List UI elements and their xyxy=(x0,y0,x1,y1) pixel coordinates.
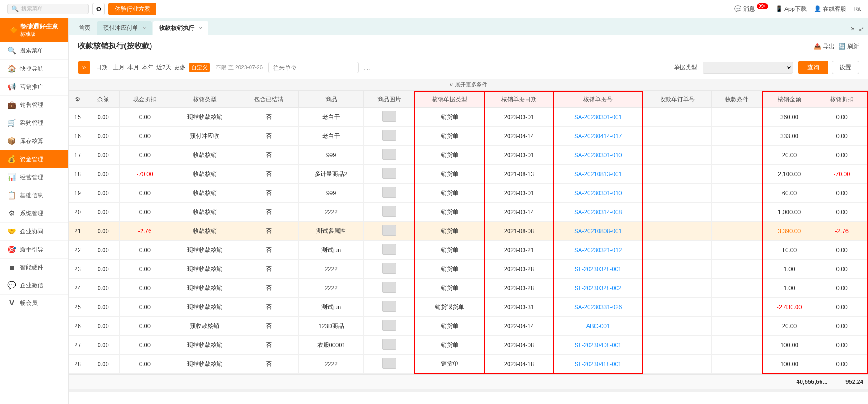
cell-verify-amount: 333.00 xyxy=(763,127,816,146)
cell-bill-no[interactable]: SA-20230314-008 xyxy=(554,203,642,222)
col-settings[interactable]: ⚙ xyxy=(69,91,87,108)
sidebar-item-collab[interactable]: 🤝 企业协同 xyxy=(0,223,68,241)
cell-cash-discount: 0.00 xyxy=(119,298,170,317)
cell-payment-condition xyxy=(712,184,763,203)
message-icon-area[interactable]: 💬 消息 99+ xyxy=(734,5,768,13)
sidebar-item-inventory-label: 库存核算 xyxy=(20,137,43,145)
online-service-area[interactable]: 👤 在线客服 xyxy=(814,5,846,13)
cell-bill-no[interactable]: SL-20230328-001 xyxy=(554,260,642,279)
sidebar-item-marketing-label: 营销推广 xyxy=(20,83,43,91)
sidebar-item-purchase[interactable]: 🛒 采购管理 xyxy=(0,114,68,132)
logo-sub: 标准版 xyxy=(20,31,58,38)
cell-product: 老白干 xyxy=(299,127,363,146)
cell-bill-type: 销货单 xyxy=(415,279,484,298)
cell-verify-amount: 1,000.00 xyxy=(763,203,816,222)
settings-button[interactable]: 设置 xyxy=(832,61,859,74)
cell-bill-no[interactable]: SA-20230301-001 xyxy=(554,108,642,127)
this-month-link[interactable]: 本月 xyxy=(127,63,139,71)
sidebar-item-basic[interactable]: 📋 基础信息 xyxy=(0,186,68,204)
single-type-select[interactable] xyxy=(703,62,793,74)
refresh-button[interactable]: 🔄 刷新 xyxy=(838,43,859,51)
cell-bill-no[interactable]: SA-20230331-026 xyxy=(554,298,642,317)
cell-bill-no[interactable]: SA-20230301-010 xyxy=(554,184,642,203)
this-year-link[interactable]: 本年 xyxy=(142,63,154,71)
cell-bill-type: 销货单 xyxy=(415,127,484,146)
cell-bill-no[interactable]: SL-20230418-001 xyxy=(554,355,642,374)
cell-verify-amount: -2,430.00 xyxy=(763,298,816,317)
cell-product: 999 xyxy=(299,184,363,203)
cell-bill-no[interactable]: SA-20230301-010 xyxy=(554,146,642,165)
tab-receive[interactable]: 收款核销执行 × xyxy=(153,21,208,35)
sidebar-item-inventory[interactable]: 📦 库存核算 xyxy=(0,132,68,150)
cell-id: 15 xyxy=(69,108,87,127)
message-icon: 💬 xyxy=(734,5,741,12)
app-download-area[interactable]: 📱 App下载 xyxy=(775,5,807,13)
cell-bill-no[interactable]: ABC-001 xyxy=(554,317,642,336)
page-title: 收款核销执行(按收款) xyxy=(78,41,152,51)
sidebar-item-hardware-label: 智能硬件 xyxy=(20,263,43,271)
sidebar-item-nav[interactable]: 🏠 快捷导航 xyxy=(0,60,68,78)
tab-expand-icon[interactable]: ⤢ xyxy=(859,24,864,33)
cell-product: 2222 xyxy=(299,203,363,222)
cell-verify-type: 收款核销 xyxy=(170,146,239,165)
horizontal-scrollbar[interactable] xyxy=(69,389,868,392)
sidebar-item-operation[interactable]: 📊 经营管理 xyxy=(0,168,68,186)
online-service-label: 在线客服 xyxy=(823,5,846,13)
partner-input[interactable] xyxy=(268,62,359,73)
tab-close-icon[interactable]: × xyxy=(851,25,855,33)
sidebar-item-member[interactable]: V 畅会员 xyxy=(0,295,68,312)
top-search-box[interactable]: 🔍 搜索菜单 xyxy=(7,4,89,14)
cell-bill-no[interactable]: SA-20210808-001 xyxy=(554,222,642,241)
search-icon: 🔍 xyxy=(11,5,19,12)
industry-solution-button[interactable]: 体验行业方案 xyxy=(108,3,156,15)
sidebar-item-guide[interactable]: 🎯 新手引导 xyxy=(0,241,68,259)
cell-balance: 0.00 xyxy=(87,279,119,298)
cell-bill-no[interactable]: SL-20230328-002 xyxy=(554,279,642,298)
cell-bill-type: 销货单 xyxy=(415,203,484,222)
gear-button[interactable]: ⚙ xyxy=(92,3,105,15)
table-container[interactable]: ⚙ 余额 现金折扣 核销类型 包含已结清 商品 商品图片 核销单据类型 核销单据… xyxy=(69,91,868,404)
table-row: 28 0.00 0.00 现结收款核销 否 2222 销货单 2023-04-1… xyxy=(69,355,868,374)
cell-payment-condition xyxy=(712,279,763,298)
last7-link[interactable]: 近7天 xyxy=(156,63,171,71)
sidebar-item-hardware[interactable]: 🖥 智能硬件 xyxy=(0,259,68,276)
member-icon: V xyxy=(7,299,16,307)
home-icon: 🏠 xyxy=(7,64,16,73)
cell-bill-no[interactable]: SL-20230408-001 xyxy=(554,336,642,355)
sidebar-item-marketing[interactable]: 📢 营销推广 xyxy=(0,78,68,96)
cell-bill-no[interactable]: SA-20210813-001 xyxy=(554,165,642,184)
sidebar-item-search[interactable]: 🔍 搜索菜单 xyxy=(0,42,68,60)
export-button[interactable]: 📤 导出 xyxy=(814,43,835,51)
cell-verify-type: 预付冲应收 xyxy=(170,127,239,146)
custom-date-button[interactable]: 自定义 xyxy=(189,63,210,72)
tab-prepay[interactable]: 预付冲应付单 × xyxy=(97,21,152,35)
sidebar-item-wechat[interactable]: 💬 企业微信 xyxy=(0,276,68,295)
sidebar-item-sales[interactable]: 💼 销售管理 xyxy=(0,96,68,114)
cell-product-img xyxy=(363,298,415,317)
cell-balance: 0.00 xyxy=(87,108,119,127)
cell-id: 25 xyxy=(69,298,87,317)
tab-receive-close[interactable]: × xyxy=(199,25,202,31)
expand-more-bar[interactable]: ∨ 展开更多条件 xyxy=(69,79,868,91)
tab-prepay-close[interactable]: × xyxy=(143,25,146,31)
tab-home[interactable]: 首页 xyxy=(72,21,97,35)
refresh-label: 刷新 xyxy=(847,43,859,51)
table-row: 24 0.00 0.00 现结收款核销 否 2222 销货单 2023-03-2… xyxy=(69,279,868,298)
cell-bill-type: 销货单 xyxy=(415,317,484,336)
more-link[interactable]: 更多 xyxy=(174,63,186,71)
cell-order-no xyxy=(642,279,712,298)
query-button[interactable]: 查询 xyxy=(798,61,828,74)
cell-verify-amount: 10.00 xyxy=(763,241,816,260)
cell-balance: 0.00 xyxy=(87,298,119,317)
filter-arrow-button[interactable]: » xyxy=(78,61,90,74)
last-month-link[interactable]: 上月 xyxy=(113,63,125,71)
cell-bill-date: 2023-03-28 xyxy=(484,260,554,279)
cell-bill-no[interactable]: SA-20230321-012 xyxy=(554,241,642,260)
cell-bill-no[interactable]: SA-20230414-017 xyxy=(554,127,642,146)
user-area[interactable]: Rit xyxy=(854,5,861,12)
sidebar-item-finance[interactable]: 💰 资金管理 xyxy=(0,150,68,168)
table-row: 19 0.00 0.00 收款核销 否 999 销货单 2023-03-01 S… xyxy=(69,184,868,203)
cell-product-img xyxy=(363,165,415,184)
export-icon: 📤 xyxy=(814,43,821,50)
sidebar-item-system[interactable]: ⚙ 系统管理 xyxy=(0,204,68,223)
